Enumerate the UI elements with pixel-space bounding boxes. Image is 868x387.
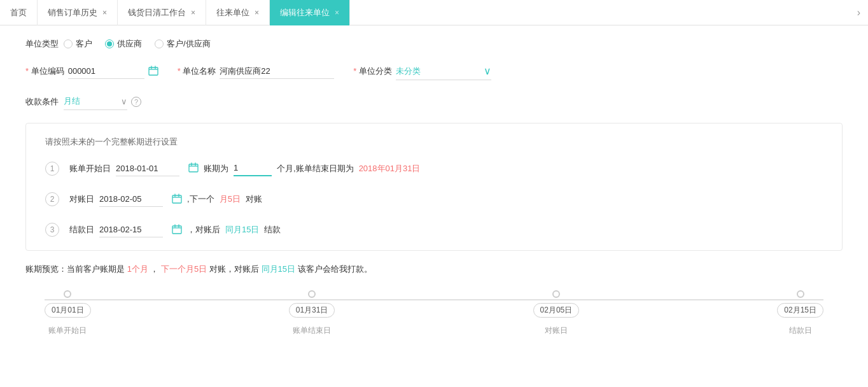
step-3-row: 3 结款日 ，对账后 同月15日 结款 [45, 222, 823, 237]
section-title: 请按照未来的一个完整帐期进行设置 [45, 136, 823, 148]
radio-circle-both [155, 39, 164, 48]
tab-sales-history[interactable]: 销售订单历史 × [38, 0, 118, 25]
payment-row: 收款条件 月结 ∨ ? [25, 93, 843, 110]
radio-circle-customer [64, 39, 73, 48]
radio-both[interactable]: 客户/供应商 [155, 38, 211, 50]
unit-type-label: 单位类型 [25, 38, 59, 50]
payment-value: 月结 [64, 95, 121, 107]
timeline-dot-2 [552, 290, 560, 298]
timeline-container: 01月01日 账单开始日 01月31日 账单结束日 02月05日 对账日 02月… [25, 290, 843, 336]
timeline-sub-0: 账单开始日 [48, 325, 87, 336]
main-content: 单位类型 客户 供应商 客户/供应商 单位编码 [0, 25, 868, 387]
unit-code-group: 单位编码 [25, 64, 158, 79]
step-3-day: 同月15日 [225, 224, 259, 236]
timeline-dot-3 [797, 290, 804, 298]
preview-sep2: 对账，对账后 [209, 264, 259, 274]
unit-code-input[interactable] [68, 64, 144, 79]
help-icon[interactable]: ? [131, 97, 141, 107]
tab-more-button[interactable]: › [850, 7, 868, 18]
timeline-item-2: 02月05日 对账日 [533, 290, 580, 336]
step-3-cal-icon[interactable] [172, 224, 182, 236]
timeline-items: 01月01日 账单开始日 01月31日 账单结束日 02月05日 对账日 02月… [45, 290, 823, 336]
timeline-label-1: 01月31日 [289, 303, 335, 318]
unit-name-label: 单位名称 [178, 66, 216, 77]
timeline-dot-0 [64, 290, 71, 298]
step-2-row: 2 对账日 ,下一个 月5日 对账 [45, 192, 823, 207]
tab-edit-partner[interactable]: 编辑往来单位 × [270, 0, 350, 25]
timeline-sub-1: 账单结束日 [293, 325, 331, 336]
svg-rect-1 [189, 164, 198, 172]
step-2-cal-icon[interactable] [172, 194, 182, 206]
step-1-highlight-date: 2018年01月31日 [359, 163, 421, 174]
timeline-label-3: 02月15日 [777, 303, 823, 318]
step-3-suffix: 结款 [264, 224, 281, 236]
unit-category-group: 单位分类 未分类 ∨ [353, 62, 491, 80]
step-1-num-input[interactable] [234, 160, 272, 176]
radio-label-supplier: 供应商 [117, 38, 142, 50]
step-3-content: 结款日 ，对账后 同月15日 结款 [69, 222, 281, 237]
svg-rect-0 [149, 67, 158, 75]
preview-label: 账期预览：当前客户账期是 [25, 264, 125, 274]
timeline-item-1: 01月31日 账单结束日 [289, 290, 335, 336]
timeline-item-0: 01月01日 账单开始日 [45, 290, 91, 336]
step-2-content: 对账日 ,下一个 月5日 对账 [69, 192, 262, 207]
step-2-label: 对账日 [69, 194, 94, 205]
step-1-cal-icon[interactable] [188, 162, 199, 174]
timeline-sub-2: 对账日 [545, 325, 568, 336]
unit-name-input[interactable] [220, 64, 334, 79]
svg-rect-2 [172, 195, 181, 203]
timeline-dot-1 [308, 290, 316, 298]
preview-sep1: ， [150, 264, 158, 274]
radio-customer[interactable]: 客户 [64, 38, 92, 50]
step-1-unit: 个月,账单结束日期为 [277, 163, 354, 174]
unit-code-label: 单位编码 [25, 66, 64, 77]
timeline-label-2: 02月05日 [533, 303, 580, 318]
radio-label-customer: 客户 [76, 38, 92, 50]
radio-label-both: 客户/供应商 [167, 38, 211, 50]
svg-rect-3 [172, 226, 181, 234]
step-1-content: 账单开始日 账期为 个月,账单结束日期为 2018年01月31日 [69, 160, 420, 176]
radio-circle-supplier [105, 39, 114, 48]
unit-type-row: 单位类型 客户 供应商 客户/供应商 [25, 38, 843, 50]
radio-supplier[interactable]: 供应商 [105, 38, 142, 50]
unit-category-value: 未分类 [396, 66, 484, 77]
payment-select[interactable]: 月结 ∨ [64, 93, 127, 110]
preview-end: 该客户会给我打款。 [298, 264, 372, 274]
step-3-label: 结款日 [69, 224, 94, 236]
timeline-sub-3: 结款日 [789, 325, 812, 336]
step-2-day: 月5日 [220, 194, 241, 205]
tab-home[interactable]: 首页 [0, 0, 38, 25]
step-2-date-input[interactable] [99, 192, 163, 207]
close-icon[interactable]: × [102, 8, 107, 17]
preview-part1: 1个月 [127, 264, 148, 274]
timeline-item-3: 02月15日 结款日 [777, 290, 823, 336]
close-icon[interactable]: × [191, 8, 195, 17]
unit-category-select[interactable]: 未分类 ∨ [396, 62, 491, 80]
step-2-num: 2 [45, 192, 59, 206]
step-1-row: 1 账单开始日 账期为 个月,账单结束日期为 2018年01月31日 [45, 160, 823, 176]
step-1-num: 1 [45, 162, 59, 176]
step-2-comma: ,下一个 [187, 194, 214, 205]
tabs-bar: 首页 销售订单历史 × 钱货日清工作台 × 往来单位 × 编辑往来单位 × › [0, 0, 868, 25]
tab-cash-workbench[interactable]: 钱货日清工作台 × [118, 0, 206, 25]
timeline-label-0: 01月01日 [45, 303, 91, 318]
fields-row: 单位编码 单位名称 单位分类 未分类 ∨ [25, 62, 843, 80]
tab-partner[interactable]: 往来单位 × [206, 0, 270, 25]
step-3-num: 3 [45, 223, 59, 237]
chevron-down-icon: ∨ [121, 97, 127, 106]
unit-code-icon[interactable] [148, 66, 158, 78]
period-settings-box: 请按照未来的一个完整帐期进行设置 1 账单开始日 账期为 个月,账单结束日期为 … [25, 123, 843, 251]
step-1-after: 账期为 [204, 163, 228, 174]
unit-name-group: 单位名称 [178, 64, 335, 79]
close-icon[interactable]: × [335, 8, 339, 17]
step-1-label: 账单开始日 [69, 163, 111, 174]
chevron-down-icon: ∨ [484, 65, 491, 77]
preview-part3: 同月15日 [262, 264, 295, 274]
step-3-date-input[interactable] [99, 222, 163, 237]
step-3-after: ，对账后 [187, 224, 220, 236]
step-1-date-input[interactable] [116, 161, 179, 176]
unit-type-radio-group: 客户 供应商 客户/供应商 [64, 38, 211, 50]
close-icon[interactable]: × [255, 8, 259, 17]
preview-row: 账期预览：当前客户账期是 1个月 ， 下一个月5日 对账，对账后 同月15日 该… [25, 264, 843, 275]
unit-category-label: 单位分类 [353, 66, 392, 77]
